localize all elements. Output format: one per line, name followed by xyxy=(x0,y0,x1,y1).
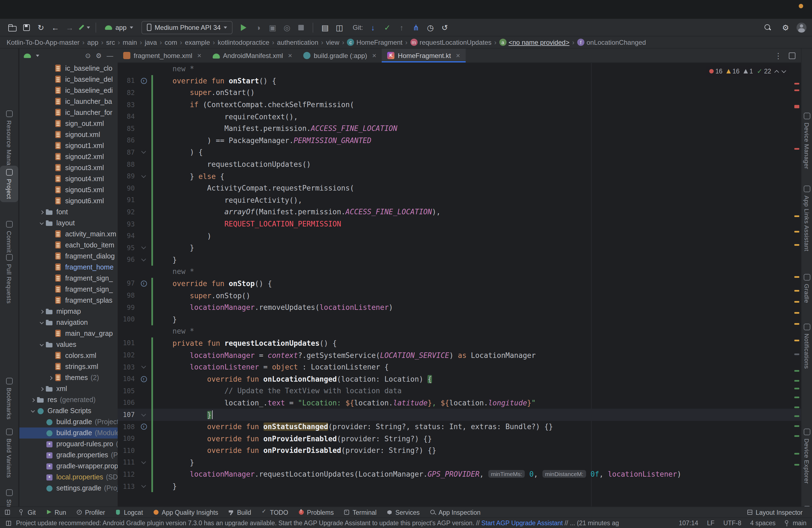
toolwindow-button-layout-inspector[interactable]: Layout Inspector xyxy=(742,509,808,516)
history-icon[interactable]: ◷ xyxy=(424,21,437,34)
toolwindow-button-profiler[interactable]: Profiler xyxy=(71,507,110,517)
analysis-mark-ok[interactable] xyxy=(794,464,799,466)
chevron-right-icon[interactable] xyxy=(40,310,43,313)
breadcrumb-item[interactable]: kotlintodopractice xyxy=(218,39,269,46)
code-line[interactable]: 105 // Update the TextView with location… xyxy=(118,385,801,397)
sidebar-item-pull-requests[interactable]: Pull Requests xyxy=(0,254,18,304)
tree-item[interactable]: sign_out.xml xyxy=(19,118,118,129)
code-line[interactable]: 108↑ override fun onStatusChanged(provid… xyxy=(118,421,801,433)
breadcrumb-item[interactable]: cHomeFragment xyxy=(347,39,403,46)
chevron-down-icon[interactable] xyxy=(40,342,43,346)
tree-item[interactable]: fragment_dialog xyxy=(19,251,118,262)
project-tree[interactable]: ic_baseline_cloic_baseline_delic_baselin… xyxy=(19,63,118,507)
analysis-mark-warn[interactable] xyxy=(794,216,799,217)
tree-item[interactable]: navigation xyxy=(19,317,118,328)
file-encoding[interactable]: UTF-8 xyxy=(723,520,741,526)
overriding-method-icon[interactable]: ↑ xyxy=(141,376,147,382)
code-line[interactable]: 113 } xyxy=(118,481,801,493)
code-line[interactable]: 94 ) xyxy=(118,230,801,242)
code-line[interactable]: 101 private fun requestLocationUpdates()… xyxy=(118,337,801,349)
code-line[interactable]: 83 if (ContextCompat.checkSelfPermission… xyxy=(118,99,801,111)
toolwindow-button-logcat[interactable]: Logcat xyxy=(110,507,148,517)
toolwindow-button-run[interactable]: Run xyxy=(41,507,71,517)
code-line[interactable]: 87 ) { xyxy=(118,146,801,158)
tree-item[interactable]: font xyxy=(19,207,118,218)
sidebar-item-project[interactable]: Project xyxy=(0,166,18,202)
breadcrumb-item[interactable]: main xyxy=(122,39,137,46)
fold-marker-icon[interactable] xyxy=(141,459,146,464)
inspections-widget[interactable]: 16 16 1 ✓22 xyxy=(706,66,789,77)
analysis-mark-ok[interactable] xyxy=(794,388,799,390)
tree-item[interactable]: settings.gradle(Proje xyxy=(19,483,118,494)
git-merge-icon[interactable]: ⋔ xyxy=(409,21,423,34)
forward-icon[interactable]: → xyxy=(63,21,76,34)
analysis-mark-gray[interactable] xyxy=(794,353,799,355)
tree-item[interactable]: mipmap xyxy=(19,306,118,317)
code-line[interactable]: 91 requireActivity(), xyxy=(118,194,801,206)
more-tabs-icon[interactable]: ⋮ xyxy=(774,51,782,60)
tree-item[interactable]: signout1.xml xyxy=(19,140,118,151)
tree-item[interactable]: build.gradle(Module : xyxy=(19,427,118,439)
tab-close-icon[interactable]: × xyxy=(456,52,460,60)
code-line[interactable]: 89 } else { xyxy=(118,171,801,182)
analysis-mark-ok[interactable] xyxy=(794,425,799,427)
run-config-selector[interactable]: app xyxy=(101,21,137,34)
toolwindow-button-problems[interactable]: Problems xyxy=(293,507,338,517)
sidebar-item-notifications[interactable]: Notifications xyxy=(801,324,812,369)
breadcrumb-item[interactable]: src xyxy=(106,39,115,46)
agp-upgrade-link[interactable]: Start AGP Upgrade Assistant xyxy=(481,520,563,526)
error-stripe-scrollbar[interactable] xyxy=(793,63,801,507)
breadcrumb-item[interactable]: view xyxy=(326,39,339,46)
tree-item[interactable]: signout.xml xyxy=(19,129,118,140)
code-line[interactable]: 104↑ override fun onLocationChanged(loca… xyxy=(118,373,801,385)
tree-item[interactable]: gradle-wrapper.prope xyxy=(19,460,118,472)
analysis-mark-red[interactable] xyxy=(794,83,799,85)
fold-marker-icon[interactable] xyxy=(141,149,146,154)
tree-item[interactable]: signout2.xml xyxy=(19,151,118,162)
code-line[interactable]: 111 } xyxy=(118,456,801,468)
profile-avatar[interactable] xyxy=(797,23,807,32)
tree-item[interactable]: signout5.xml xyxy=(19,185,118,195)
indent-setting[interactable]: 4 spaces xyxy=(750,520,775,526)
fold-marker-icon[interactable] xyxy=(141,173,146,178)
split-editor-icon[interactable] xyxy=(789,52,795,59)
breadcrumb-item[interactable]: a<no name provided> xyxy=(499,39,569,46)
editor-tab[interactable]: fragment_home.xml× xyxy=(118,48,207,62)
analysis-mark-warn[interactable] xyxy=(794,290,799,292)
tree-item[interactable]: build.gradle(Project: xyxy=(19,416,118,427)
toolwindow-button-git[interactable]: Git xyxy=(14,507,41,517)
tree-item[interactable]: themes(2) xyxy=(19,372,118,383)
run-icon[interactable] xyxy=(237,21,250,34)
search-icon[interactable] xyxy=(761,21,774,34)
fold-marker-icon[interactable] xyxy=(141,256,146,261)
save-all-icon[interactable] xyxy=(20,21,33,34)
code-line[interactable]: 88 requestLocationUpdates() xyxy=(118,159,801,171)
tree-item[interactable]: values xyxy=(19,339,118,350)
code-line[interactable]: 99 locationManager.removeUpdates(locatio… xyxy=(118,302,801,313)
code-line[interactable]: 107 } xyxy=(118,409,801,421)
sidebar-item-gradle[interactable]: Gradle xyxy=(801,274,812,303)
device-mirror-icon[interactable]: ▤ xyxy=(318,21,332,34)
chevron-right-icon[interactable] xyxy=(48,376,52,380)
sync-icon[interactable]: ↻ xyxy=(34,21,47,34)
breadcrumb-item[interactable]: Kotlin-To-Do-App-master xyxy=(6,39,79,46)
toolwindow-button-app-quality-insights[interactable]: App Quality Insights xyxy=(148,507,223,517)
chevron-down-icon[interactable] xyxy=(40,221,43,224)
code-editor[interactable]: new *81↑ override fun onStart() {82 supe… xyxy=(118,63,801,507)
code-line[interactable]: 103 locationListener = object : Location… xyxy=(118,361,801,373)
undo-icon[interactable]: ↺ xyxy=(438,21,451,34)
sidebar-item-build-variants[interactable]: Build Variants xyxy=(0,429,18,478)
code-line[interactable]: 106 location_.text = "Location: ${locati… xyxy=(118,397,801,409)
chevron-right-icon[interactable] xyxy=(40,210,43,214)
analysis-mark-red[interactable] xyxy=(794,89,799,91)
chevron-down-icon[interactable] xyxy=(31,408,34,412)
code-line[interactable]: 98 super.onStop() xyxy=(118,290,801,302)
tree-item[interactable]: res(generated) xyxy=(19,394,118,406)
editor-tab[interactable]: KHomeFragment.kt× xyxy=(382,48,466,62)
tree-item[interactable]: strings.xml xyxy=(19,361,118,372)
code-line[interactable]: 112 locationManager.requestLocationUpdat… xyxy=(118,468,801,480)
tree-item[interactable]: signout4.xml xyxy=(19,173,118,185)
chevron-down-icon[interactable] xyxy=(40,320,43,324)
sidebar-item-bookmarks[interactable]: Bookmarks xyxy=(0,378,18,420)
android-view-icon[interactable] xyxy=(24,54,31,58)
